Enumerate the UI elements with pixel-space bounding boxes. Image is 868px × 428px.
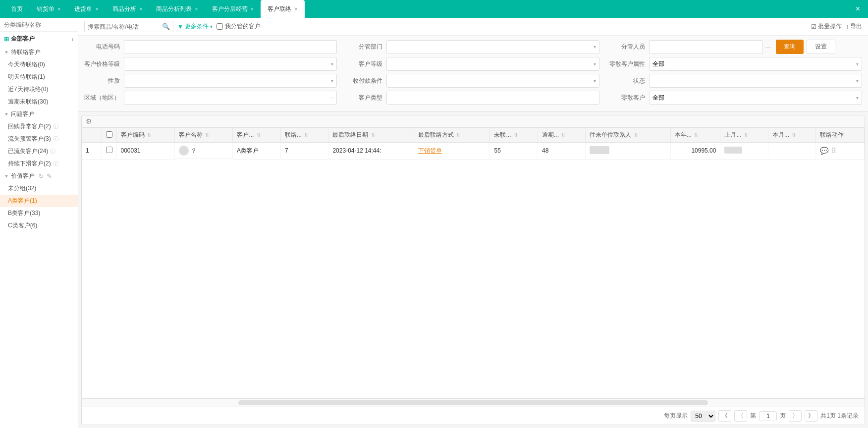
last-method-link[interactable]: 下销货单: [418, 147, 442, 154]
close-purchase-tab[interactable]: ×: [95, 6, 98, 12]
th-code[interactable]: 客户编码 ⇅: [116, 128, 174, 143]
select-nature[interactable]: ▾: [124, 74, 337, 88]
sidebar-item-overdue-contact[interactable]: 逾期未联络(30): [0, 96, 78, 108]
select-customer-type[interactable]: [386, 91, 599, 105]
query-btn[interactable]: 查询: [776, 40, 804, 54]
table-wrapper[interactable]: 客户编码 ⇅ 客户名称 ⇅ 客户... ⇅: [82, 128, 865, 398]
close-customer-tier-tab[interactable]: ×: [251, 6, 254, 12]
row-checkbox[interactable]: [106, 147, 112, 153]
nav-product-analysis[interactable]: 商品分析 ×: [106, 0, 149, 18]
per-page-select[interactable]: 50 100: [691, 411, 715, 422]
th-level[interactable]: 客户... ⇅: [233, 128, 281, 143]
th-checkbox: [102, 128, 116, 143]
sort-no-contact[interactable]: ⇅: [514, 132, 518, 138]
table-settings-icon[interactable]: ⚙: [86, 117, 92, 125]
nav-product-analysis-list[interactable]: 商品分析列表 ×: [149, 0, 205, 18]
search-input[interactable]: [88, 23, 162, 30]
dots-person[interactable]: ···: [765, 43, 771, 51]
sidebar-search-input[interactable]: [4, 21, 78, 28]
select-payment[interactable]: ▾: [386, 74, 599, 88]
nav-purchase[interactable]: 进货单 ×: [67, 0, 105, 18]
select-customer-grade[interactable]: ▾: [386, 57, 599, 71]
edit-icon[interactable]: ✎: [47, 172, 52, 180]
th-unit-contact[interactable]: 往来单位联系人 ⇅: [586, 128, 670, 143]
sidebar-item-repurchase-abnormal[interactable]: 回购异常客户(2) ⓘ: [0, 120, 78, 133]
nav-customer-tier[interactable]: 客户分层经营 ×: [205, 0, 261, 18]
export-btn[interactable]: ↑ 导出: [846, 22, 862, 31]
nav-sales[interactable]: 销货单 ×: [30, 0, 67, 18]
prev-page-btn[interactable]: 〈: [734, 410, 747, 422]
batch-op-btn[interactable]: ☑ 批量操作: [811, 22, 842, 31]
my-customers-checkbox[interactable]: 我分管的客户: [217, 22, 261, 31]
last-page-btn[interactable]: 》: [805, 410, 817, 422]
sort-this-month[interactable]: ⇅: [792, 132, 796, 138]
sidebar-item-declining[interactable]: 持续下滑客户(2) ⓘ: [0, 158, 78, 170]
sidebar-group-pending[interactable]: ▼ 待联络客户: [0, 46, 78, 58]
sidebar-item-today-pending[interactable]: 今天待联络(0): [0, 58, 78, 71]
close-customer-contact-tab[interactable]: ×: [294, 6, 297, 12]
th-overdue[interactable]: 逾期... ⇅: [538, 128, 586, 143]
first-page-btn[interactable]: 《: [718, 410, 731, 422]
sidebar-item-churn-warning[interactable]: 流失预警客户(3) ⓘ: [0, 133, 78, 145]
sidebar-item-class-b[interactable]: B类客户(33): [0, 207, 78, 219]
share-icon[interactable]: ⠿: [831, 147, 836, 155]
close-product-analysis-tab[interactable]: ×: [139, 6, 142, 12]
sidebar-group-value[interactable]: ▼ 价值客户 ↻ ✎: [0, 170, 78, 182]
select-retail-customer[interactable]: 全部 ▾: [649, 91, 862, 105]
input-person[interactable]: [649, 40, 763, 54]
select-region[interactable]: ···: [124, 91, 337, 105]
select-price-grade[interactable]: ▾: [124, 57, 337, 71]
sort-overdue[interactable]: ⇅: [561, 132, 565, 138]
close-sales-tab[interactable]: ×: [57, 6, 60, 12]
sort-unit-contact[interactable]: ⇅: [634, 132, 638, 138]
refresh-icon[interactable]: ↻: [39, 173, 44, 180]
sort-last-month[interactable]: ⇅: [744, 132, 748, 138]
horizontal-scrollbar[interactable]: [238, 400, 708, 405]
sidebar-item-class-c[interactable]: C类客户(6): [0, 219, 78, 232]
chat-icon[interactable]: 💬: [820, 147, 828, 155]
close-product-analysis-list-tab[interactable]: ×: [195, 6, 198, 12]
sort-last-date[interactable]: ⇅: [371, 132, 375, 138]
close-all-tabs[interactable]: ×: [852, 4, 864, 13]
sidebar-item-7day-pending[interactable]: 近7天待联络(0): [0, 83, 78, 96]
search-icon[interactable]: 🔍: [162, 23, 170, 30]
sidebar-item-class-a[interactable]: A类客户(1): [0, 195, 78, 207]
th-no-contact[interactable]: 未联... ⇅: [490, 128, 538, 143]
th-this-month[interactable]: 本月... ⇅: [768, 128, 816, 143]
page-number-input[interactable]: [759, 411, 777, 421]
sort-level[interactable]: ⇅: [257, 132, 261, 138]
th-name[interactable]: 客户名称 ⇅: [174, 128, 232, 143]
sidebar-all-customers-header[interactable]: ⊞ 全部客户 ‹: [0, 32, 78, 46]
th-name-label: 客户名称: [179, 131, 203, 138]
field-price-grade: 客户价格等级 ▾: [84, 57, 337, 71]
sort-this-year[interactable]: ⇅: [694, 132, 698, 138]
select-status[interactable]: ▾: [649, 74, 862, 88]
nav-customer-contact[interactable]: 客户联络 ×: [261, 0, 304, 18]
nav-home[interactable]: 首页: [4, 0, 30, 18]
select-retail-attr[interactable]: 全部 ▾: [649, 57, 862, 71]
input-phone[interactable]: [124, 40, 337, 54]
th-last-method[interactable]: 最后联络方式 ⇅: [414, 128, 490, 143]
sort-last-method[interactable]: ⇅: [456, 132, 460, 138]
th-last-date[interactable]: 最后联络日期 ⇅: [328, 128, 414, 143]
sidebar-item-ungrouped[interactable]: 未分组(32): [0, 182, 78, 195]
select-all-checkbox[interactable]: [106, 131, 112, 138]
sort-contacts[interactable]: ⇅: [304, 132, 308, 138]
sidebar-group-problem[interactable]: ▼ 问题客户: [0, 108, 78, 120]
page-label: 第: [750, 412, 756, 420]
sidebar-collapse-icon[interactable]: ‹: [71, 35, 74, 43]
sidebar-item-churned[interactable]: 已流失客户(24) ⓘ: [0, 145, 78, 158]
next-page-btn[interactable]: 〉: [789, 410, 802, 422]
sort-name[interactable]: ⇅: [205, 132, 209, 138]
th-this-year[interactable]: 本年... ⇅: [670, 128, 720, 143]
caret-retail-customer: ▾: [856, 95, 859, 101]
sort-code[interactable]: ⇅: [147, 132, 151, 138]
my-customers-check[interactable]: [217, 23, 223, 30]
settings-btn[interactable]: 设置: [807, 40, 835, 54]
sidebar-item-tomorrow-pending[interactable]: 明天待联络(1): [0, 71, 78, 83]
th-last-month[interactable]: 上月... ⇅: [720, 128, 768, 143]
more-conditions-btn[interactable]: ▼ 更多条件 ▾: [177, 22, 213, 31]
th-contacts-label: 联络...: [285, 131, 302, 138]
select-dept[interactable]: ▾: [386, 40, 599, 54]
th-contacts[interactable]: 联络... ⇅: [280, 128, 328, 143]
